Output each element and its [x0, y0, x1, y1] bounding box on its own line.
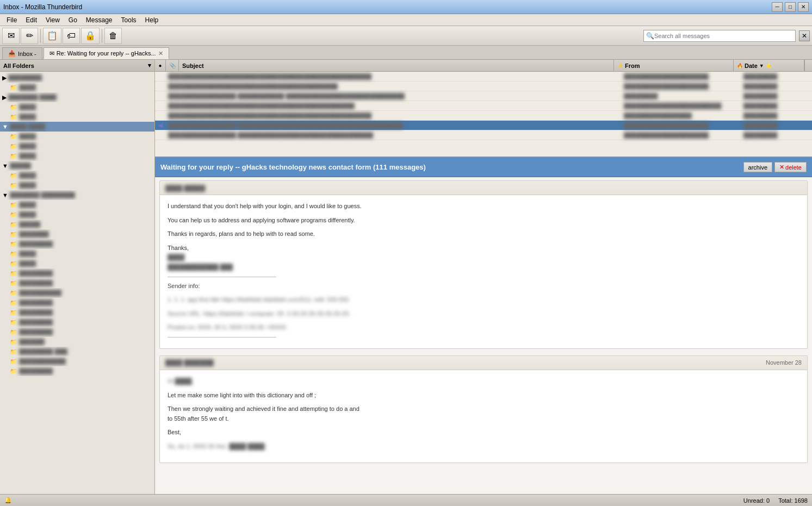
folder-item-30[interactable]: 📁 ████████ [0, 366, 154, 376]
email-row-subject-6: ████████████████ ███████████████████████… [166, 132, 622, 139]
folder-item-6[interactable]: 📁 ████ [0, 132, 154, 141]
inbox-tab-label: Inbox - [18, 51, 36, 57]
folder-item-12[interactable]: ▼ ███████ ████████ [0, 190, 154, 200]
folder-item-9[interactable]: ▼ █████ [0, 161, 154, 171]
folder-icon-24: 📁 [10, 309, 17, 316]
email-row-date-5: ████████ [741, 122, 812, 129]
folder-item-5[interactable]: ▼ ████ ████ [0, 122, 154, 132]
email-row-from-4: ████████████████ [622, 113, 741, 119]
tab-inbox[interactable]: 📥 Inbox - [2, 47, 42, 59]
tab-reply[interactable]: ✉ Re: Waiting for your reply -- gHacks..… [44, 47, 169, 59]
attachment-col-icon: 📎 [169, 63, 176, 68]
tag-button[interactable]: 🏷 [63, 28, 80, 44]
folder-item-11[interactable]: 📁 ████ [0, 180, 154, 190]
folder-item-8[interactable]: 📁 ████ [0, 151, 154, 161]
email-row-subject-1: ████████████████████████████████████████ [166, 83, 622, 90]
delete-thread-icon: ✕ [779, 164, 784, 171]
delete-icon: 🗑 [109, 32, 117, 40]
statusbar-right: Unread: 0 Total: 1698 [743, 497, 808, 504]
folder-item-25[interactable]: 📁 ████████ [0, 317, 154, 327]
folder-item-3[interactable]: 📁 ████ [0, 102, 154, 112]
folder-item-27[interactable]: 📁 ██████ [0, 337, 154, 347]
maximize-button[interactable]: □ [785, 2, 796, 12]
folder-name-16: ███████ [19, 231, 49, 238]
folder-item-2[interactable]: ▶ ███████ ████ [0, 92, 154, 102]
date-column-header[interactable]: 🔥 Date ▼ ⭐ [734, 60, 804, 71]
menu-view[interactable]: View [41, 15, 64, 25]
close-button[interactable]: ✕ [798, 2, 809, 12]
email-row-indicator-5: ◀ [155, 122, 166, 129]
address-book-button[interactable]: 📋 [43, 28, 61, 44]
email-row-2[interactable]: ████████████████ ███████████ ███████████… [155, 91, 812, 101]
toolbar-separator-2 [102, 29, 102, 43]
menu-message[interactable]: Message [82, 15, 117, 25]
folder-name-14: ████ [19, 211, 36, 218]
folder-item-24[interactable]: 📁 ████████ [0, 308, 154, 317]
folder-name-24: ████████ [19, 309, 53, 316]
date-star-icon: 🔥 [737, 63, 743, 68]
msg2-line2: Then we strongly waiting and achieved it… [168, 404, 799, 423]
email-row-1[interactable]: ████████████████████████████████████████… [155, 82, 812, 91]
folder-item-21[interactable]: 📁 ████████ [0, 278, 154, 288]
folder-item-17[interactable]: 📁 ████████ [0, 239, 154, 249]
folder-item-14[interactable]: 📁 ████ [0, 210, 154, 220]
date-sort-icon: ▼ [759, 63, 764, 68]
folder-item-26[interactable]: 📁 ████████ [0, 327, 154, 337]
folder-item-4[interactable]: 📁 ████ [0, 112, 154, 122]
folder-item-28[interactable]: 📁 ████████ ███ [0, 347, 154, 357]
search-area[interactable]: 🔍 [643, 30, 796, 42]
folder-item-22[interactable]: 📁 ██████████ [0, 288, 154, 298]
folder-item-13[interactable]: 📁 ████ [0, 200, 154, 210]
email-row-5[interactable]: ◀ ████████████████ █████████████████████… [155, 121, 812, 130]
folder-item-18[interactable]: 📁 ████ [0, 249, 154, 259]
folder-name-15: █████ [19, 221, 40, 228]
folder-item-23[interactable]: 📁 ████████ [0, 298, 154, 308]
folder-name-22: ██████████ [19, 290, 61, 296]
menu-help[interactable]: Help [141, 15, 163, 25]
menu-file[interactable]: File [2, 15, 21, 25]
folder-item-29[interactable]: 📁 ███████████ [0, 357, 154, 366]
folder-item-7[interactable]: 📁 ████ [0, 141, 154, 151]
archive-button[interactable]: archive [743, 162, 772, 172]
folder-item-20[interactable]: 📁 ████████ [0, 268, 154, 278]
search-input[interactable] [654, 33, 785, 39]
tag-icon: 🏷 [67, 32, 76, 40]
get-mail-button[interactable]: ✉ [2, 28, 20, 44]
folder-icon-14: 📁 [10, 211, 17, 218]
msg1-info1-text: 1. 1. 1. app first title https://blahbla… [168, 296, 349, 303]
tab-close-button[interactable]: ✕ [158, 50, 163, 57]
folder-item-19[interactable]: 📁 ████ [0, 259, 154, 268]
folder-name-10: ████ [19, 172, 36, 179]
security-button[interactable]: 🔒 [81, 28, 100, 44]
folder-name-18: ████ [19, 251, 36, 257]
sidebar-resizer[interactable] [152, 60, 154, 494]
folder-name-28: ████████ ███ [19, 348, 67, 355]
folder-item-1[interactable]: 📁 ████ [0, 83, 154, 92]
email-row-6[interactable]: ████████████████ ███████████████████████… [155, 130, 812, 140]
close-search-button[interactable]: ✕ [799, 30, 810, 41]
folders-collapse-icon[interactable]: ▾ [148, 62, 151, 69]
menu-tools[interactable]: Tools [117, 15, 141, 25]
minimize-button[interactable]: ─ [772, 2, 783, 12]
folder-item-16[interactable]: 📁 ███████ [0, 229, 154, 239]
folder-tree[interactable]: ▶ ████████ 📁 ████ ▶ ███████ ████ 📁 ████ … [0, 72, 154, 494]
subject-column-header[interactable]: Subject [179, 60, 614, 71]
folder-item-0[interactable]: ▶ ████████ [0, 73, 154, 83]
message-date-2: November 28 [766, 359, 802, 366]
write-button[interactable]: ✏ [21, 28, 38, 44]
email-row-3[interactable]: ████████████████████████████████████████… [155, 101, 812, 111]
menu-go[interactable]: Go [64, 15, 82, 25]
email-row-0[interactable]: ████████████████████████████████████████… [155, 72, 812, 82]
email-row-4[interactable]: ████████████████████████████████████████… [155, 111, 812, 121]
msg2-line1: Let me make some light into with this di… [168, 391, 799, 401]
window-title: Inbox - Mozilla Thunderbird [3, 3, 82, 11]
content-area: ● 📎 Subject ⚡ From 🔥 Date ▼ ⭐ [155, 60, 812, 494]
delete-button[interactable]: 🗑 [104, 28, 122, 44]
folder-item-15[interactable]: 📁 █████ [0, 220, 154, 229]
tabbar: 📥 Inbox - ✉ Re: Waiting for your reply -… [0, 46, 812, 60]
folder-item-10[interactable]: 📁 ████ [0, 171, 154, 180]
menu-edit[interactable]: Edit [21, 15, 41, 25]
delete-thread-button[interactable]: ✕ delete [774, 162, 807, 172]
from-column-header[interactable]: ⚡ From [614, 60, 734, 71]
message-divider-2 [168, 337, 276, 338]
